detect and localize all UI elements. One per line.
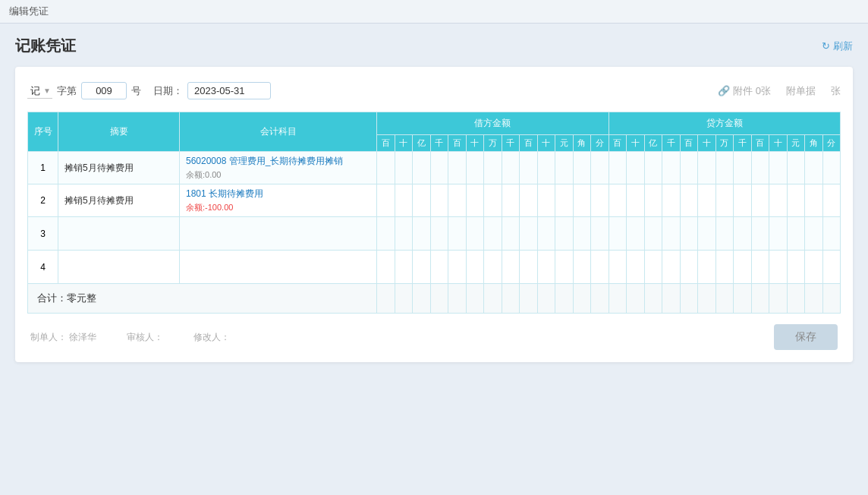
row4-c2[interactable]	[627, 251, 645, 284]
row3-d2[interactable]	[395, 217, 413, 251]
row4-d6[interactable]	[466, 251, 484, 284]
row2-c2[interactable]	[627, 184, 645, 217]
row3-d11[interactable]	[555, 217, 574, 251]
row2-c1[interactable]	[609, 184, 627, 217]
row2-c7[interactable]	[715, 184, 734, 217]
row1-c10[interactable]	[769, 152, 788, 184]
row1-d1[interactable]	[377, 152, 395, 184]
voucher-type-select[interactable]: 记	[27, 84, 52, 99]
row3-c4[interactable]	[662, 217, 681, 251]
row4-d10[interactable]	[537, 251, 555, 284]
row3-c7[interactable]	[715, 217, 734, 251]
row4-c1[interactable]	[609, 251, 627, 284]
row2-d3[interactable]	[413, 184, 431, 217]
row4-subject[interactable]	[180, 251, 377, 284]
row2-d8[interactable]	[502, 184, 520, 217]
refresh-button[interactable]: ↻ 刷新	[822, 39, 853, 53]
voucher-number-input[interactable]	[81, 82, 127, 99]
row1-subject[interactable]: 56020008 管理费用_长期待摊费用摊销 余额:0.00	[180, 152, 377, 184]
row1-c1[interactable]	[609, 152, 627, 184]
row3-c13[interactable]	[822, 217, 841, 251]
voucher-type-select-wrapper[interactable]: 记 ▼	[27, 84, 52, 99]
row1-c4[interactable]	[662, 152, 681, 184]
row3-c1[interactable]	[609, 217, 627, 251]
row4-d7[interactable]	[484, 251, 502, 284]
row2-d5[interactable]	[448, 184, 467, 217]
row2-c10[interactable]	[769, 184, 788, 217]
row1-d9[interactable]	[520, 152, 538, 184]
row2-c6[interactable]	[698, 184, 716, 217]
row3-d1[interactable]	[377, 217, 395, 251]
row4-d1[interactable]	[377, 251, 395, 284]
row1-c11[interactable]	[787, 152, 805, 184]
row4-c7[interactable]	[715, 251, 734, 284]
row1-c7[interactable]	[715, 152, 734, 184]
row2-d13[interactable]	[591, 184, 609, 217]
row2-d4[interactable]	[430, 184, 448, 217]
row2-d9[interactable]	[520, 184, 538, 217]
row2-c8[interactable]	[734, 184, 752, 217]
row3-d10[interactable]	[537, 217, 555, 251]
row1-c6[interactable]	[698, 152, 716, 184]
row4-d4[interactable]	[430, 251, 448, 284]
row1-d13[interactable]	[591, 152, 609, 184]
row4-c6[interactable]	[698, 251, 716, 284]
row3-c3[interactable]	[644, 217, 662, 251]
row3-d5[interactable]	[448, 217, 467, 251]
row1-d8[interactable]	[502, 152, 520, 184]
row3-d13[interactable]	[591, 217, 609, 251]
row4-c10[interactable]	[769, 251, 788, 284]
save-button[interactable]: 保存	[774, 324, 838, 350]
row1-c9[interactable]	[751, 152, 769, 184]
row1-d12[interactable]	[573, 152, 591, 184]
row3-c5[interactable]	[680, 217, 698, 251]
row1-d3[interactable]	[413, 152, 431, 184]
row4-summary[interactable]	[58, 251, 180, 284]
row3-c6[interactable]	[698, 217, 716, 251]
row3-d12[interactable]	[573, 217, 591, 251]
row4-d11[interactable]	[555, 251, 574, 284]
row2-d6[interactable]	[466, 184, 484, 217]
row3-c9[interactable]	[751, 217, 769, 251]
row2-c5[interactable]	[680, 184, 698, 217]
row4-d9[interactable]	[520, 251, 538, 284]
row4-d3[interactable]	[413, 251, 431, 284]
row1-d11[interactable]	[555, 152, 574, 184]
row4-d12[interactable]	[573, 251, 591, 284]
row2-c9[interactable]	[751, 184, 769, 217]
row1-c13[interactable]	[822, 152, 841, 184]
row3-c2[interactable]	[627, 217, 645, 251]
row1-summary[interactable]: 摊销5月待摊费用	[58, 152, 180, 184]
row2-summary[interactable]: 摊销5月待摊费用	[58, 184, 180, 217]
row4-d5[interactable]	[448, 251, 467, 284]
row1-d4[interactable]	[430, 152, 448, 184]
row4-c13[interactable]	[822, 251, 841, 284]
row2-c11[interactable]	[787, 184, 805, 217]
row4-c12[interactable]	[805, 251, 823, 284]
row1-d6[interactable]	[466, 152, 484, 184]
row2-subject[interactable]: 1801 长期待摊费用 余额:-100.00	[180, 184, 377, 217]
row4-c11[interactable]	[787, 251, 805, 284]
row1-c3[interactable]	[644, 152, 662, 184]
row4-c8[interactable]	[734, 251, 752, 284]
row3-c8[interactable]	[734, 217, 752, 251]
row2-d11[interactable]	[555, 184, 574, 217]
row2-c3[interactable]	[644, 184, 662, 217]
row1-d10[interactable]	[537, 152, 555, 184]
row2-d7[interactable]	[484, 184, 502, 217]
row2-d2[interactable]	[395, 184, 413, 217]
row4-d8[interactable]	[502, 251, 520, 284]
row3-d6[interactable]	[466, 217, 484, 251]
row1-d7[interactable]	[484, 152, 502, 184]
row1-c2[interactable]	[627, 152, 645, 184]
row4-d2[interactable]	[395, 251, 413, 284]
row2-d1[interactable]	[377, 184, 395, 217]
row3-subject[interactable]	[180, 217, 377, 251]
row3-d9[interactable]	[520, 217, 538, 251]
row4-c3[interactable]	[644, 251, 662, 284]
row3-d7[interactable]	[484, 217, 502, 251]
row4-c4[interactable]	[662, 251, 681, 284]
row1-c12[interactable]	[805, 152, 823, 184]
row4-c5[interactable]	[680, 251, 698, 284]
row3-c12[interactable]	[805, 217, 823, 251]
